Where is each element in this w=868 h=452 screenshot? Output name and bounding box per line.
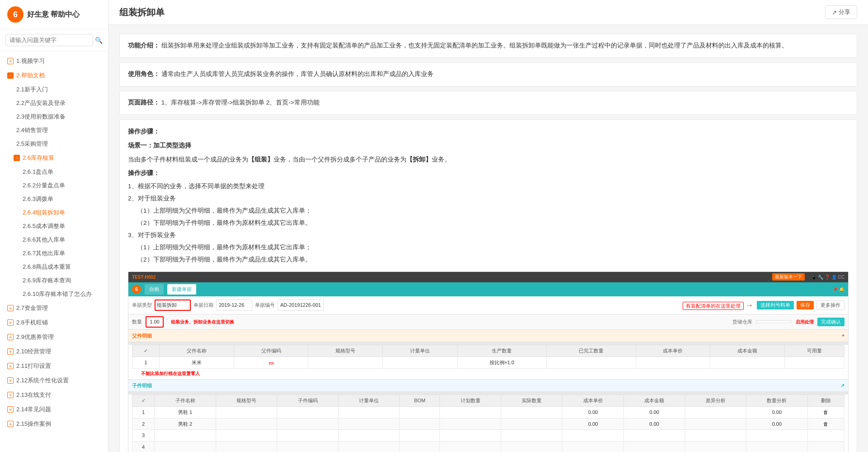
screenshot-toolbar: 单据类型 组装拆卸 单据日期 2019-12-26 单据编号 AD-201912… xyxy=(128,296,848,314)
sidebar-item-1[interactable]: + 1.视频学习 xyxy=(0,54,108,68)
screenshot-upper-td-3 xyxy=(308,357,383,368)
screenshot-upper-table-el: ✓ 父件名称 父件编码 规格型号 计量单位 生产数量 已完工数量 成本单价 成本… xyxy=(132,345,844,368)
screenshot-lower-th-0: ✓ xyxy=(132,395,155,407)
screenshot-lower-label-text: 子件明细 xyxy=(132,381,152,390)
share-label: 分享 xyxy=(839,8,850,16)
screenshot-lower-table: ✓ 子件名称 规格型号 子件编码 计量单位 BOM 计划数量 实际数量 成本单价… xyxy=(128,395,848,452)
screenshot-add-icon: + xyxy=(842,332,844,339)
screenshot-lower-th-1: 子件名称 xyxy=(155,395,216,407)
sidebar-item-1-label: 1.视频学习 xyxy=(16,57,45,65)
screenshot-upper-table: ✓ 父件名称 父件编码 规格型号 计量单位 生产数量 已完工数量 成本单价 成本… xyxy=(128,345,848,379)
sidebar-item-2-14[interactable]: + 2.14常见问题 xyxy=(0,402,108,417)
sidebar-item-2-6-9[interactable]: 2.6.9库存账本查询 xyxy=(0,274,108,287)
screenshot-type-label: 单据类型 xyxy=(132,301,152,309)
screenshot-upper-td-1: 米米 xyxy=(159,357,234,368)
screenshot-annotation4: 不能比添加行线在这里置零入 xyxy=(132,370,844,377)
screenshot-upper-label: 父件明细 + xyxy=(128,330,848,343)
sidebar-item-2-3[interactable]: 2.3使用前数据准备 xyxy=(0,110,108,124)
plus-icon-2-13: + xyxy=(7,392,14,398)
screenshot-lower-th-8: 成本单价 xyxy=(562,395,624,407)
screenshot-lower-th-9: 成本金额 xyxy=(623,395,685,407)
screenshot-more-btn: 更多操作 xyxy=(816,300,844,310)
sidebar-item-2-8-label: 2.8手机旺铺 xyxy=(16,319,48,327)
sidebar-item-2-15[interactable]: + 2.15操作案例 xyxy=(0,417,108,431)
sidebar-item-2-11-label: 2.11打印设置 xyxy=(16,362,51,370)
sidebar-item-2-15-label: 2.15操作案例 xyxy=(16,420,51,428)
sidebar-item-2-8[interactable]: + 2.8手机旺铺 xyxy=(0,315,108,330)
sidebar-item-2-14-label: 2.14常见问题 xyxy=(16,405,51,414)
sidebar-item-2-label: 2.帮助文档 xyxy=(16,71,45,80)
step3-sub2: （2）下部明细为子件明细，最终作为产成品生成其它入库单。 xyxy=(128,255,849,265)
minus-icon-2-6: − xyxy=(14,155,20,161)
screenshot-app-id: TEST-H002 xyxy=(132,273,156,281)
sidebar-item-2-6-6[interactable]: 2.6.6其他入库单 xyxy=(0,233,108,247)
screenshot-header-bar: 6 自购 新建单据 📌 🔔 xyxy=(128,282,848,296)
intro-label: 功能介绍： xyxy=(128,42,160,49)
screenshot-type-value: 组装拆卸 xyxy=(155,300,191,311)
sidebar-item-2-2[interactable]: 2.2产品安装及登录 xyxy=(0,96,108,110)
plus-icon-2-10: + xyxy=(7,348,14,355)
table-row: 1男鞋 1 0.00 0.00 0.00 🗑 xyxy=(132,406,844,418)
screenshot-upper-th-6: 已完工数量 xyxy=(546,345,636,357)
path-block: 页面路径： 1、库存核算->库存管理->组装拆卸单 2、首页->常用功能 xyxy=(119,91,857,115)
screenshot-lower-th-7: 实际数量 xyxy=(501,395,562,407)
screenshot-warehouse-label: 货储仓库 xyxy=(732,318,752,326)
sidebar-item-2-6-8[interactable]: 2.6.8商品成本重算 xyxy=(0,260,108,274)
sidebar-item-2-11[interactable]: + 2.11打印设置 xyxy=(0,359,108,373)
screenshot-upper-td-4 xyxy=(383,357,458,368)
search-input[interactable] xyxy=(5,34,93,46)
scene1-title: 场景一：加工类型选择 xyxy=(128,142,191,149)
screenshot-upper-td-6 xyxy=(546,357,636,368)
screenshot-order-value: AD-20191226-001 xyxy=(278,300,324,311)
step2-sub2: （2）下部明细为子件明细，最终作为原材料生成其它出库单。 xyxy=(128,218,849,228)
step1: 1、根据不同的业务，选择不同单据的类型来处理 xyxy=(128,181,849,192)
step2: 2、对于组装业务 xyxy=(128,194,849,204)
sidebar-item-2-10[interactable]: + 2.10经营管理 xyxy=(0,344,108,359)
sidebar-item-2[interactable]: − 2.帮助文档 xyxy=(0,68,108,83)
sidebar-item-2-6-2[interactable]: 2.6.2分量盘点单 xyxy=(0,179,108,192)
sidebar-item-2-6-1[interactable]: 2.6.1盘点单 xyxy=(0,165,108,179)
share-button[interactable]: ↗ 分享 xyxy=(825,5,857,19)
sidebar-item-2-6-3[interactable]: 2.6.3调拨单 xyxy=(0,192,108,206)
sidebar-item-2-6[interactable]: − 2.6库存核算 xyxy=(0,151,108,165)
screenshot-upper-td-5: 按比例×1.0 xyxy=(457,357,546,368)
intro-block: 功能介绍： 组装拆卸单用来处理企业组装或拆卸等加工业务，支持有固定装配清单的产品… xyxy=(119,34,857,58)
table-row: 1 米米 按比例×1.0 xyxy=(132,357,844,368)
screenshot-upper-td-9 xyxy=(785,357,844,368)
sidebar-item-2-12-label: 2.12系统个性化设置 xyxy=(16,376,69,385)
main-area: 组装拆卸单 ↗ 分享 功能介绍： 组装拆卸单用来处理企业组装或拆卸等加工业务，支… xyxy=(108,0,868,452)
screenshot-upper-th-0: ✓ xyxy=(132,345,160,357)
sidebar-item-2-9-label: 2.9优惠券管理 xyxy=(16,333,54,341)
screenshot-upper-th-3: 规格型号 xyxy=(308,345,383,357)
sidebar-item-2-12[interactable]: + 2.12系统个性化设置 xyxy=(0,373,108,388)
sidebar-item-2-6-5[interactable]: 2.6.5成本调整单 xyxy=(0,219,108,233)
screenshot-upper-th-8: 成本金额 xyxy=(710,345,785,357)
screenshot-date-value: 2019-12-26 xyxy=(216,300,252,311)
sidebar-item-2-9[interactable]: + 2.9优惠券管理 xyxy=(0,330,108,344)
plus-icon-2-7: + xyxy=(7,305,14,311)
page-title: 组装拆卸单 xyxy=(119,6,165,19)
search-button[interactable]: 🔍 xyxy=(95,37,103,44)
sidebar-item-2-6-7[interactable]: 2.6.7其他出库单 xyxy=(0,247,108,260)
step3-sub1: （1）上部明细为父件明细，最终作为原材料生成其它出库单； xyxy=(128,243,849,253)
sidebar-item-2-6-10[interactable]: 2.6.10库存账本错了怎么办 xyxy=(0,287,108,301)
screenshot-upper-th-2: 父件编码 xyxy=(234,345,308,357)
sidebar-item-2-4[interactable]: 2.4销售管理 xyxy=(0,124,108,137)
sidebar-item-2-5[interactable]: 2.5采购管理 xyxy=(0,137,108,151)
steps-block: 操作步骤： 场景一：加工类型选择 当由多个子件材料组装成一个成品的业务为【组装】… xyxy=(119,119,857,452)
sidebar-item-2-13[interactable]: + 2.13在线支付 xyxy=(0,388,108,402)
logo-text: 好生意 帮助中心 xyxy=(27,10,80,19)
steps-label: 操作步骤： xyxy=(128,168,849,179)
role-label: 使用角色： xyxy=(128,71,160,77)
plus-icon-2-8: + xyxy=(7,319,14,326)
logo-area: 6 好生意 帮助中心 xyxy=(0,0,108,29)
screenshot-latest-btn: 最新版本一下 xyxy=(772,273,805,281)
screenshot-logo: 6 xyxy=(132,285,141,294)
sidebar-item-2-6-4[interactable]: 2.6.4组装拆卸单 xyxy=(0,206,108,219)
screenshot-warehouse-field xyxy=(756,320,792,323)
sidebar-item-2-1[interactable]: 2.1新手入门 xyxy=(0,83,108,96)
sidebar-item-2-6-label: 2.6库存核算 xyxy=(23,154,54,162)
sidebar-item-2-7[interactable]: + 2.7资金管理 xyxy=(0,301,108,315)
screenshot-count-label: 数量 xyxy=(132,318,142,326)
search-area: 🔍 xyxy=(0,29,108,51)
